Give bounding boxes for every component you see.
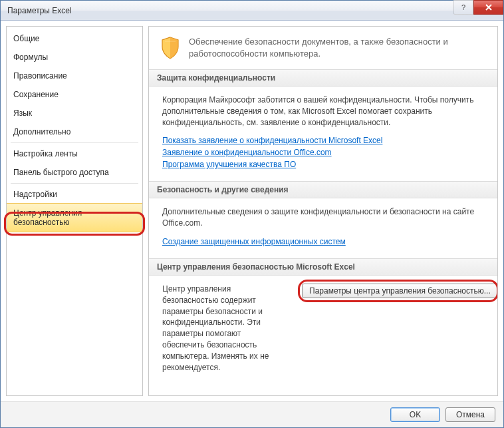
- sidebar-separator: [11, 142, 138, 143]
- sidebar-item-language[interactable]: Язык: [7, 104, 142, 122]
- link-privacy-statement-excel[interactable]: Показать заявление о конфиденциальности …: [162, 136, 382, 145]
- sidebar-item-customize-ribbon[interactable]: Настройка ленты: [7, 144, 142, 163]
- privacy-desc: Корпорация Майкрософт заботится о вашей …: [162, 95, 484, 128]
- window-title: Параметры Excel: [7, 6, 453, 15]
- section-header-security: Безопасность и другие сведения: [149, 181, 497, 198]
- section-body-trust-center: Центр управления безопасностью содержит …: [149, 276, 497, 383]
- section-body-privacy: Корпорация Майкрософт заботится о вашей …: [149, 87, 497, 181]
- sidebar-item-formulas[interactable]: Формулы: [7, 48, 142, 67]
- help-button[interactable]: ?: [453, 0, 473, 15]
- sidebar-separator: [11, 183, 138, 184]
- sidebar-item-label: Сохранение: [13, 90, 59, 99]
- cancel-button[interactable]: Отмена: [445, 407, 495, 422]
- sidebar-item-label: Язык: [13, 108, 32, 118]
- close-button[interactable]: [473, 0, 503, 15]
- sidebar-item-addins[interactable]: Надстройки: [7, 185, 142, 204]
- sidebar-item-general[interactable]: Общие: [7, 29, 142, 48]
- close-icon: [485, 4, 493, 11]
- security-desc: Дополнительные сведения о защите конфиде…: [162, 206, 484, 229]
- section-header-privacy: Защита конфиденциальности: [149, 69, 497, 87]
- sidebar-item-label: Настройка ленты: [13, 149, 78, 158]
- sidebar-item-trust-center[interactable]: Центр управления безопасностью: [7, 203, 142, 232]
- titlebar: Параметры Excel ?: [1, 1, 503, 21]
- titlebar-buttons: ?: [453, 1, 503, 20]
- ok-button[interactable]: OK: [390, 407, 440, 422]
- sidebar-item-label: Формулы: [13, 53, 48, 62]
- section-header-trust-center: Центр управления безопасностью Microsoft…: [149, 258, 497, 276]
- intro-row: Обеспечение безопасности документов, а т…: [149, 27, 497, 69]
- sidebar-item-label: Панель быстрого доступа: [13, 168, 109, 177]
- content-pane: Обеспечение безопасности документов, а т…: [148, 26, 498, 396]
- link-ceip[interactable]: Программа улучшения качества ПО: [162, 160, 296, 169]
- options-dialog: Параметры Excel ? Общие Формулы Правопис…: [0, 0, 504, 428]
- sidebar-item-save[interactable]: Сохранение: [7, 85, 142, 104]
- trust-center-button-wrap: Параметры центра управления безопасность…: [302, 284, 498, 298]
- shield-icon: [160, 36, 181, 60]
- link-trustworthy-computing[interactable]: Создание защищенных информационных систе…: [162, 237, 346, 246]
- section-body-security: Дополнительные сведения о защите конфиде…: [149, 198, 497, 258]
- sidebar-item-label: Центр управления безопасностью: [13, 208, 82, 227]
- trust-center-desc: Центр управления безопасностью содержит …: [162, 284, 282, 373]
- sidebar-item-label: Дополнительно: [13, 127, 70, 136]
- intro-text: Обеспечение безопасности документов, а т…: [189, 36, 487, 59]
- link-privacy-statement-office[interactable]: Заявление о конфиденциальности Office.co…: [162, 148, 332, 157]
- sidebar-item-label: Правописание: [13, 71, 67, 81]
- sidebar-item-label: Общие: [13, 34, 39, 43]
- dialog-footer: OK Отмена: [1, 401, 503, 427]
- sidebar: Общие Формулы Правописание Сохранение Яз…: [6, 26, 143, 396]
- sidebar-item-advanced[interactable]: Дополнительно: [7, 122, 142, 141]
- trust-center-settings-button[interactable]: Параметры центра управления безопасность…: [302, 284, 498, 298]
- sidebar-item-quick-access[interactable]: Панель быстрого доступа: [7, 163, 142, 182]
- trust-center-row: Центр управления безопасностью содержит …: [162, 284, 484, 373]
- dialog-body: Общие Формулы Правописание Сохранение Яз…: [1, 21, 503, 401]
- sidebar-item-label: Надстройки: [13, 190, 57, 199]
- sidebar-item-proofing[interactable]: Правописание: [7, 67, 142, 85]
- help-icon: ?: [461, 3, 465, 11]
